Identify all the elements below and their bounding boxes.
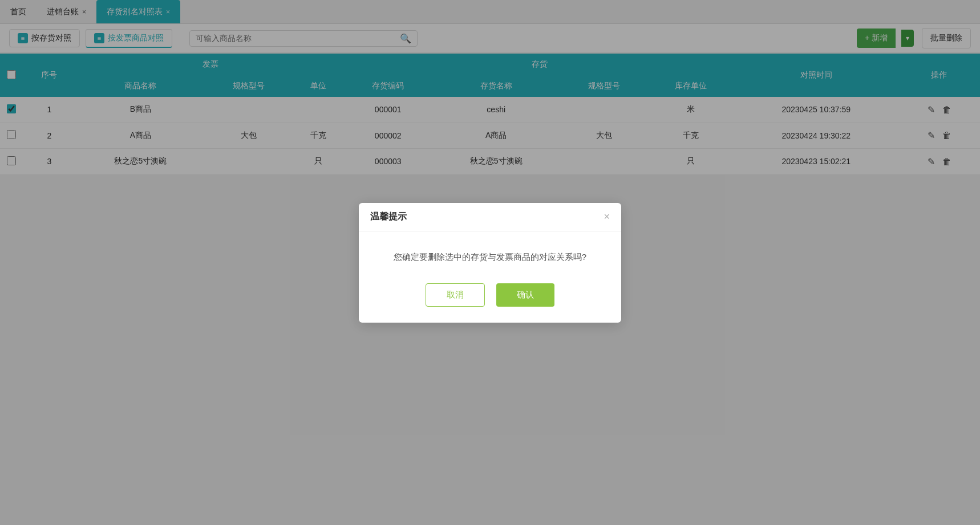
dialog-message: 您确定要删除选中的存货与发票商品的对应关系吗? — [394, 252, 586, 262]
dialog-header: 温馨提示 × — [359, 203, 621, 231]
dialog-title: 温馨提示 — [370, 211, 407, 223]
dialog-overlay: 温馨提示 × 您确定要删除选中的存货与发票商品的对应关系吗? 取消 确认 — [0, 0, 980, 525]
confirm-dialog: 温馨提示 × 您确定要删除选中的存货与发票商品的对应关系吗? 取消 确认 — [359, 203, 621, 323]
cancel-button[interactable]: 取消 — [426, 283, 485, 307]
dialog-footer: 取消 确认 — [359, 274, 621, 323]
dialog-close-button[interactable]: × — [604, 211, 610, 222]
confirm-button[interactable]: 确认 — [496, 283, 554, 307]
dialog-body: 您确定要删除选中的存货与发票商品的对应关系吗? — [359, 231, 621, 274]
